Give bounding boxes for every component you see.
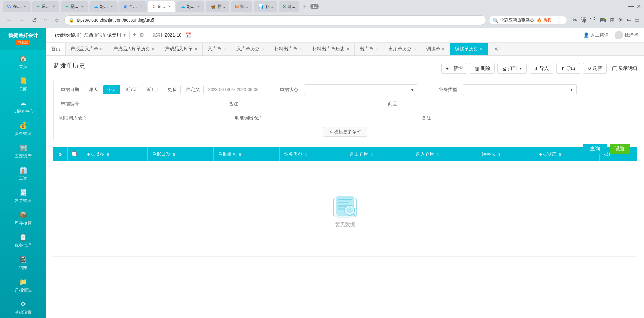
table-gear-icon[interactable]: ⚙ — [58, 152, 62, 157]
service-button[interactable]: 👤 人工咨询 — [583, 32, 609, 38]
browser-tab-6[interactable]: C 企... ✕ — [148, 1, 175, 12]
tab-in-order[interactable]: 入库单 ✕ — [203, 43, 231, 55]
tab-product-in-hist[interactable]: 产成品入库单历史 ✕ — [108, 43, 160, 55]
brightness-icon[interactable]: ☀ — [618, 17, 623, 24]
tab-material-out-hist[interactable]: 材料出库单历史 ✕ — [307, 43, 355, 55]
detail-in-input[interactable] — [93, 113, 206, 123]
th-checkbox[interactable] — [67, 147, 82, 161]
select-all-checkbox[interactable] — [72, 151, 77, 156]
tab-close-5[interactable]: ✕ — [140, 5, 142, 9]
close-window-icon[interactable]: ✕ — [637, 3, 641, 10]
browser-tab-5[interactable]: ▣ 个... ✕ — [119, 1, 147, 12]
more-btn[interactable]: 更多 — [164, 85, 181, 94]
tab-home[interactable]: 首页 — [46, 43, 66, 55]
tab-close-out-order[interactable]: ✕ — [375, 47, 378, 51]
tab-transfer-hist[interactable]: 调拨单历史 ✕ — [450, 43, 488, 55]
detail-out-input[interactable] — [268, 113, 382, 123]
minimize-icon[interactable]: — — [628, 3, 634, 10]
reload-button[interactable]: ↺ — [30, 16, 39, 24]
sidebar-item-tax[interactable]: 📋 税务管理 — [0, 230, 46, 252]
status-select[interactable]: ▼ — [304, 84, 417, 95]
tab-close-6[interactable]: ✕ — [168, 5, 171, 9]
new-button[interactable]: + + 新增 — [441, 63, 467, 74]
user-area[interactable]: 徐泽华 — [615, 31, 638, 39]
th-biz[interactable]: 业务类型 ⇅ — [279, 147, 345, 161]
tab-close-out-hist[interactable]: ✕ — [413, 47, 416, 51]
month-btn[interactable]: 近1月 — [143, 85, 162, 94]
query-button[interactable]: 查询 — [583, 144, 607, 154]
bookmark-button[interactable]: ☆ — [52, 16, 61, 24]
add-company-icon[interactable]: + — [132, 31, 136, 39]
browser-tab-8[interactable]: 🦋 腾... — [206, 1, 229, 12]
grid-icon[interactable]: ⊞ — [610, 17, 615, 24]
tab-material-out[interactable]: 材料出库单 ✕ — [269, 43, 307, 55]
cut-icon[interactable]: ✂ — [573, 17, 577, 24]
sidebar-item-payroll[interactable]: 👔 工资 — [0, 163, 46, 185]
browser-tab-4[interactable]: ☁ 好... ✕ — [89, 1, 118, 12]
tab-in-hist[interactable]: 入库单历史 ✕ — [231, 43, 269, 55]
address-input[interactable]: 🔒 https://cloud.chanjet.com/accounting/u… — [64, 15, 486, 25]
calendar-icon[interactable]: 📅 — [185, 32, 191, 38]
th-type[interactable]: 单据类型 ⇅ — [82, 147, 148, 161]
settings-gear-icon[interactable]: ⚙ — [139, 32, 144, 38]
detail-out-more-icon[interactable]: ··· — [389, 115, 394, 121]
print-button[interactable]: 🖨 打印 ▼ — [497, 63, 527, 74]
export-button[interactable]: ⬆ 导出 — [556, 63, 580, 74]
sidebar-item-assets[interactable]: 🏢 固定资产 — [0, 140, 46, 163]
tab-product-in2[interactable]: 产成品入库单 ✕ — [160, 43, 203, 55]
week-btn[interactable]: 近7天 — [122, 85, 141, 94]
tab-close-2[interactable]: ✕ — [52, 5, 55, 9]
new-tab-button[interactable]: + — [301, 3, 309, 10]
doc-no-input[interactable] — [85, 99, 198, 109]
th-handler[interactable]: 经手人 ⇅ — [477, 147, 534, 161]
tab-out-hist[interactable]: 出库单历史 ✕ — [383, 43, 421, 55]
browser-tab-2[interactable]: ✦ 易... ✕ — [32, 1, 59, 12]
tab-out-order[interactable]: 出库单 ✕ — [355, 43, 383, 55]
tab-product-in[interactable]: 产成品入库单 ✕ — [66, 43, 108, 55]
sidebar-item-report[interactable]: ☁ 云报表中心 — [0, 96, 46, 118]
sidebar-item-home[interactable]: 🏠 首页 — [0, 51, 46, 73]
tab-close-material-out-hist[interactable]: ✕ — [346, 47, 349, 51]
yesterday-btn[interactable]: 昨天 — [85, 85, 102, 94]
sidebar-item-funds[interactable]: 💰 资金管理 — [0, 118, 46, 140]
browser-tab-9[interactable]: M 畅... — [231, 1, 252, 12]
browser-tab-3[interactable]: ✦ 易... ✕ — [61, 1, 88, 12]
th-out-warehouse[interactable]: 调出仓库 ⇅ — [345, 147, 411, 161]
detail-in-more-icon[interactable]: ··· — [213, 115, 218, 121]
today-btn[interactable]: 今天 — [103, 85, 120, 94]
goods-more-icon[interactable]: ··· — [488, 101, 493, 107]
filter-settings-button[interactable]: 设置 — [610, 144, 630, 154]
collapse-button[interactable]: ∧ 收起更多条件 — [323, 127, 367, 137]
sidebar-item-ledger[interactable]: 📒 总账 — [0, 73, 46, 96]
home-button[interactable]: ⌂ — [42, 16, 49, 24]
sidebar-item-close[interactable]: 📓 结账 — [0, 252, 46, 274]
remark-input[interactable] — [244, 99, 358, 109]
sidebar-item-archive[interactable]: 📁 归档管理 — [0, 274, 46, 297]
tab-close-4[interactable]: ✕ — [110, 5, 113, 9]
tab-close-product-in[interactable]: ✕ — [100, 47, 103, 51]
import-button[interactable]: ⬇ 导入 — [530, 63, 553, 74]
shield-icon[interactable]: 🛡 — [590, 17, 596, 24]
display-toggle[interactable]: 显示明细 — [612, 65, 637, 72]
game-icon[interactable]: 🎮 — [599, 17, 606, 24]
browser-tab-1[interactable]: W 在... ✕ — [3, 1, 31, 12]
refresh-button[interactable]: ↺ 刷新 — [583, 63, 607, 74]
tab-close-in-order[interactable]: ✕ — [223, 47, 226, 51]
th-no[interactable]: 单据编号 ⇅ — [213, 147, 279, 161]
tab-close-product-in2[interactable]: ✕ — [194, 47, 197, 51]
tab-close-transfer-hist[interactable]: ✕ — [480, 47, 483, 51]
menu-icon[interactable]: ☰ — [635, 17, 640, 24]
tab-close-material-out[interactable]: ✕ — [299, 47, 302, 51]
sidebar-item-settings[interactable]: ⚙ 基础设置 — [0, 297, 46, 318]
back-button[interactable]: ← — [4, 16, 14, 24]
tab-close-transfer[interactable]: ✕ — [442, 47, 445, 51]
tab-close-3[interactable]: ✕ — [81, 5, 84, 9]
undo-icon[interactable]: ↩ — [627, 17, 631, 24]
goods-input[interactable] — [403, 99, 481, 109]
th-in-warehouse[interactable]: 调入仓库 ⇅ — [411, 147, 477, 161]
browser-tab-11[interactable]: S 目... — [279, 1, 300, 12]
th-gear[interactable]: ⚙ — [53, 147, 67, 161]
tab-close-7[interactable]: ✕ — [197, 5, 200, 9]
restore-icon[interactable]: □ — [622, 3, 625, 10]
close-all-tabs-icon[interactable]: ✕ — [491, 46, 501, 52]
